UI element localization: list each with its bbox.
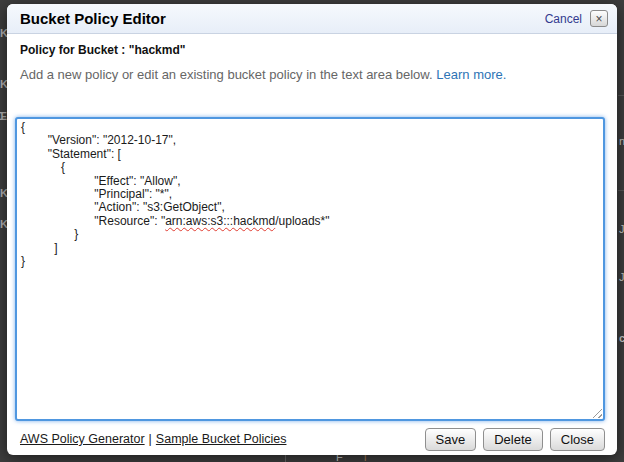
policy-line: ] bbox=[21, 242, 599, 255]
dialog-title: Bucket Policy Editor bbox=[20, 10, 166, 27]
background-text-fragment: J bbox=[619, 223, 624, 235]
background-text-fragment: c bbox=[619, 332, 624, 344]
cancel-link[interactable]: Cancel bbox=[545, 12, 582, 26]
spellcheck-misspelled-text: arn:aws:s3:::hackmd bbox=[165, 214, 275, 228]
background-row-divider bbox=[618, 190, 624, 191]
close-icon-button[interactable]: × bbox=[590, 10, 608, 27]
delete-button[interactable]: Delete bbox=[483, 428, 543, 451]
policy-line: } bbox=[21, 228, 599, 241]
background-text-fragment: n bbox=[619, 135, 624, 147]
save-button[interactable]: Save bbox=[425, 428, 477, 451]
policy-line: { bbox=[21, 161, 599, 174]
background-text-fragment: J bbox=[619, 271, 624, 283]
policy-textarea[interactable]: { "Version": "2012-10-17", "Statement": … bbox=[15, 117, 605, 421]
aws-policy-generator-link[interactable]: AWS Policy Generator bbox=[20, 432, 145, 446]
footer-links: AWS Policy Generator|Sample Bucket Polic… bbox=[20, 432, 286, 446]
learn-more-link[interactable]: Learn more. bbox=[436, 67, 506, 82]
policy-line: "Statement": [ bbox=[21, 148, 599, 161]
policy-line: "Resource": "arn:aws:s3:::hackmd/uploads… bbox=[21, 215, 599, 228]
policy-text: "Resource": " bbox=[21, 214, 165, 228]
dialog-footer: AWS Policy Generator|Sample Bucket Polic… bbox=[20, 426, 605, 452]
policy-text: /uploads*" bbox=[275, 214, 329, 228]
background-row-divider bbox=[618, 95, 624, 96]
close-button[interactable]: Close bbox=[550, 428, 605, 451]
policy-for-bucket-label: Policy for Bucket : "hackmd" bbox=[20, 43, 604, 57]
policy-line: { bbox=[21, 121, 599, 134]
dialog-header: Bucket Policy Editor Cancel × bbox=[7, 4, 617, 34]
close-icon: × bbox=[595, 12, 602, 26]
description-text: Add a new policy or edit an existing buc… bbox=[20, 67, 604, 82]
resize-handle-icon[interactable] bbox=[591, 407, 602, 418]
background-text-fragment: Œ bbox=[0, 110, 7, 122]
background-column-divider bbox=[285, 455, 286, 462]
policy-line: "Effect": "Allow", bbox=[21, 175, 599, 188]
description-body: Add a new policy or edit an existing buc… bbox=[20, 67, 433, 82]
policy-line: } bbox=[21, 255, 599, 268]
policy-line: "Principal": "*", bbox=[21, 188, 599, 201]
bucket-policy-editor-dialog: Bucket Policy Editor Cancel × Policy for… bbox=[7, 4, 617, 455]
policy-line: "Version": "2012-10-17", bbox=[21, 134, 599, 147]
sample-bucket-policies-link[interactable]: Sample Bucket Policies bbox=[156, 432, 287, 446]
footer-buttons: Save Delete Close bbox=[425, 428, 605, 451]
link-separator: | bbox=[149, 432, 152, 446]
policy-line: "Action": "s3:GetObject", bbox=[21, 201, 599, 214]
